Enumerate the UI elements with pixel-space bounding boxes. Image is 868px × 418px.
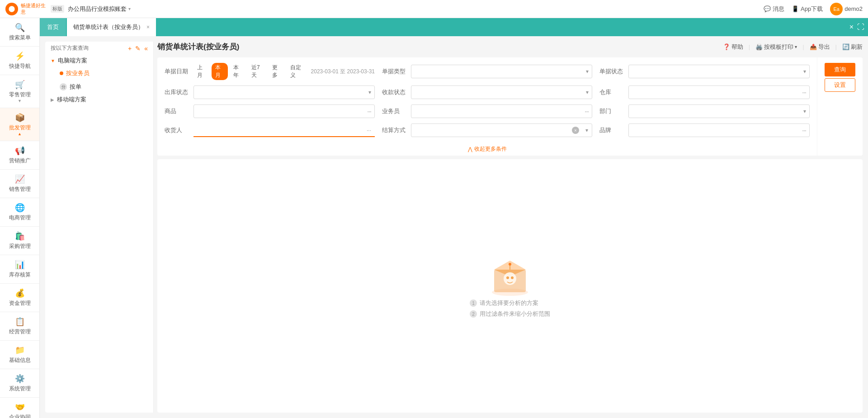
- settings-button[interactable]: 设置: [825, 78, 855, 92]
- sidebar-item-inventory[interactable]: 📊 库存核算: [0, 255, 39, 284]
- warehouse-display: [628, 86, 810, 99]
- left-nav: 按以下方案查询 + ✎ « ▼ 电脑端方案 按业务员: [45, 42, 154, 413]
- content-area: 首页 销货单统计表（按业务员） × × ⛶ 按以下方案查询 + ✎ «: [40, 18, 868, 418]
- sidebar-item-purchase[interactable]: 🛍️ 采购管理: [0, 227, 39, 255]
- page-header: 销货单统计表(按业务员) ❓ 帮助 | 🖨️ 按模板打印 ▾ |: [157, 42, 863, 52]
- receiver-dots-icon[interactable]: ···: [367, 127, 371, 133]
- page-body: 按以下方案查询 + ✎ « ▼ 电脑端方案 按业务员: [40, 36, 868, 418]
- header-left: 畅捷通好生意 标版 办公用品行业模拟账套 ▾: [5, 3, 131, 15]
- edit-scheme-icon[interactable]: ✎: [135, 45, 141, 52]
- salesperson-field[interactable]: [411, 104, 592, 118]
- svg-point-7: [511, 276, 514, 279]
- template-print-button[interactable]: 🖨️ 按模板打印 ▾: [755, 43, 797, 51]
- inventory-icon: 📊: [15, 260, 25, 270]
- settlement-clear-icon[interactable]: ×: [572, 127, 579, 134]
- filter-panel: 单据日期 上月 本月 本年 近7天 更多 自定义: [157, 57, 863, 156]
- sidebar-item-search[interactable]: 🔍 搜索菜单: [0, 18, 39, 47]
- expand-icon: ▲: [18, 132, 22, 136]
- message-action[interactable]: 💬 消息: [764, 5, 784, 13]
- payment-select-wrapper: [411, 86, 592, 99]
- help-button[interactable]: ❓ 帮助: [723, 43, 743, 51]
- collapse-more-button[interactable]: ⋀ 收起更多条件: [165, 142, 810, 156]
- app-selector-text: 办公用品行业模拟账套: [68, 5, 127, 13]
- add-scheme-icon[interactable]: +: [128, 45, 132, 52]
- mobile-scheme-category[interactable]: ▶ 移动端方案: [45, 94, 153, 105]
- date-btn-custom[interactable]: 自定义: [287, 63, 307, 80]
- tab-active[interactable]: 销货单统计表（按业务员） ×: [67, 18, 156, 36]
- user-area[interactable]: Ea demo2: [830, 3, 863, 15]
- collapse-scheme-icon[interactable]: «: [144, 45, 148, 52]
- sales-icon: 📈: [15, 174, 25, 184]
- message-label: 消息: [773, 5, 784, 13]
- page-title: 销货单统计表(按业务员): [157, 42, 239, 52]
- tab-home[interactable]: 首页: [40, 18, 66, 36]
- sidebar-item-finance[interactable]: 💰 资金管理: [0, 284, 39, 312]
- empty-step-2: 2 用过滤条件来缩小分析范围: [470, 310, 550, 318]
- date-btn-more[interactable]: 更多: [269, 63, 285, 80]
- tab-label: 销货单统计表（按业务员）: [73, 23, 144, 31]
- doc-type-select[interactable]: [411, 65, 592, 78]
- sidebar-item-operation[interactable]: 📋 经营管理: [0, 312, 39, 341]
- brand-field[interactable]: [628, 124, 810, 137]
- step-1-text: 请先选择要分析的方案: [480, 299, 538, 307]
- app-download-action[interactable]: 📱 App下载: [792, 5, 823, 13]
- department-label: 部门: [599, 107, 625, 115]
- sidebar-item-label: 快捷导航: [9, 62, 31, 70]
- sidebar-item-marketing[interactable]: 📢 营销推广: [0, 141, 39, 170]
- scheme-label: 按以下方案查询: [51, 44, 89, 52]
- export-label: 导出: [818, 43, 830, 51]
- window-maximize-button[interactable]: ⛶: [857, 23, 864, 31]
- product-field[interactable]: [193, 104, 375, 118]
- window-close-button[interactable]: ×: [849, 23, 854, 31]
- empty-illustration: [483, 254, 537, 299]
- avatar: Ea: [830, 3, 843, 15]
- sidebar-item-ecommerce[interactable]: 🌐 电商管理: [0, 198, 39, 227]
- sidebar-item-label: 营销推广: [9, 157, 31, 165]
- scheme-item-salesperson[interactable]: 按业务员: [45, 66, 153, 80]
- help-icon: ❓: [723, 43, 730, 50]
- department-select[interactable]: [628, 104, 810, 118]
- export-button[interactable]: 📤 导出: [810, 43, 830, 51]
- receiver-input[interactable]: [193, 124, 375, 137]
- sidebar-item-wholesale[interactable]: 📦 批发管理 ▲: [0, 108, 39, 141]
- desktop-scheme-category[interactable]: ▼ 电脑端方案: [45, 55, 153, 66]
- export-icon: 📤: [810, 43, 817, 50]
- message-icon: 💬: [764, 5, 771, 12]
- refresh-button[interactable]: 🔄 刷新: [842, 43, 863, 51]
- filter-sidebar-actions: + ✎ «: [128, 45, 148, 52]
- shipment-select[interactable]: [193, 86, 375, 99]
- brand-display: [628, 124, 810, 137]
- settlement-field[interactable]: × ▾: [411, 124, 592, 137]
- date-btn-last-month[interactable]: 上月: [193, 63, 210, 80]
- app-selector[interactable]: 办公用品行业模拟账套 ▾: [68, 5, 131, 13]
- ecommerce-icon: 🌐: [15, 203, 25, 213]
- department-select-wrapper: [628, 104, 810, 118]
- scheme-dot-active: [60, 71, 63, 75]
- doc-status-select[interactable]: [628, 65, 810, 78]
- payment-select[interactable]: [411, 86, 592, 99]
- collapse-up-icon: ⋀: [468, 146, 472, 152]
- date-btn-7days[interactable]: 近7天: [248, 63, 267, 80]
- sidebar-item-sales[interactable]: 📈 销售管理: [0, 170, 39, 198]
- warehouse-field[interactable]: [628, 86, 810, 99]
- collapse-label: 收起更多条件: [474, 145, 507, 153]
- main-layout: 🔍 搜索菜单 ⚡ 快捷导航 🛒 零售管理 ▼ 📦 批发管理 ▲ 📢 营销推广 📈…: [0, 18, 868, 418]
- date-btn-this-year[interactable]: 本年: [230, 63, 246, 80]
- date-range: 2023-03-01 至 2023-03-31: [311, 68, 375, 76]
- results-area: 1 请先选择要分析的方案 2 用过滤条件来缩小分析范围: [157, 159, 863, 413]
- sidebar-item-quicknav[interactable]: ⚡ 快捷导航: [0, 47, 39, 75]
- scheme-item-order[interactable]: 分 按单: [45, 80, 153, 94]
- settlement-arrow-icon: ▾: [585, 127, 588, 133]
- date-btn-this-month[interactable]: 本月: [212, 63, 228, 80]
- sidebar-item-label: 基础信息: [9, 356, 31, 364]
- tab-close-icon[interactable]: ×: [146, 24, 150, 30]
- product-label: 商品: [165, 107, 190, 115]
- sidebar-item-enterprise[interactable]: 🤝 企业协同: [0, 398, 39, 418]
- sidebar-item-basic[interactable]: 📁 基础信息: [0, 341, 39, 369]
- sidebar-item-retail[interactable]: 🛒 零售管理 ▼: [0, 75, 39, 108]
- sidebar-item-system[interactable]: ⚙️ 系统管理: [0, 369, 39, 398]
- sidebar-item-label: 电商管理: [9, 214, 31, 222]
- query-button[interactable]: 查询: [825, 63, 855, 76]
- sidebar-item-label: 批发管理: [9, 124, 31, 132]
- dropdown-arrow-icon: ▾: [795, 44, 797, 49]
